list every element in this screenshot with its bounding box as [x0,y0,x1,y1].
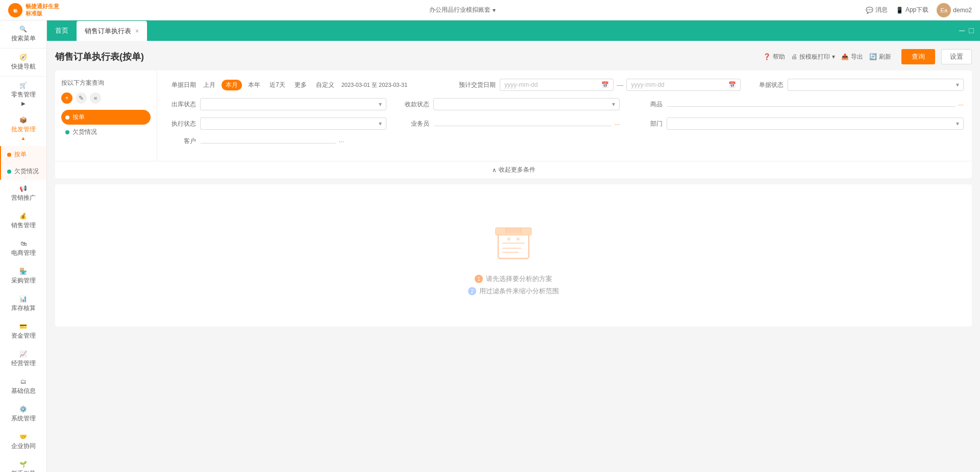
tabs-right-actions: ─ □ [959,26,980,35]
chevron-down-icon: ▾ [379,120,382,127]
sidebar-item-purchase[interactable]: 🏪 采购管理 [0,263,46,290]
chevron-down-icon-wholesale: ▲ [21,135,26,141]
sidebar-item-inventory[interactable]: 📊 库存核算 [0,290,46,318]
active-dot [7,153,11,157]
add-plan-btn[interactable]: + [61,92,72,104]
plan-nav-欠货情况[interactable]: 欠货情况 [61,125,151,139]
delivery-select[interactable]: ▾ [200,98,386,110]
sales-icon: 💰 [19,213,27,220]
minimize-window-btn[interactable]: ─ [959,26,965,35]
print-icon: 🖨 [791,53,797,60]
ops-icon: 📈 [19,350,27,358]
calendar-end-icon: 📅 [728,81,736,88]
inventory-icon: 📊 [19,295,27,302]
date-btn-more[interactable]: 更多 [291,80,310,90]
date-btn-last-month[interactable]: 上月 [200,80,218,90]
ecommerce-icon: 🛍 [20,240,27,247]
date-quick-btns: 上月 本月 本年 近7天 更多 自定义 [200,80,337,90]
empty-hint-2: 2 用过滤条件来缩小分析范围 [468,287,559,296]
filter-doc-status: 单据状态 ▾ [753,79,964,91]
sidebar-quicknav[interactable]: 🧭 快捷导航 [0,49,46,77]
svg-point-11 [517,238,520,241]
query-button[interactable]: 查询 [901,49,935,64]
settings-button[interactable]: 设置 [941,49,972,64]
refresh-btn[interactable]: 🔄 刷新 [869,53,891,61]
goods-input[interactable] [667,102,956,107]
collapse-filters-btn[interactable]: ∧ 收起更多条件 [55,161,972,178]
calendar-start-icon: 📅 [601,81,609,88]
chevron-down-icon: ▾ [956,81,959,88]
receipt-select[interactable]: ▾ [433,98,620,110]
chevron-down-icon: ▾ [956,120,959,127]
expected-date-end[interactable]: yyyy-mm-dd 📅 [626,79,740,91]
finance-icon: 💳 [19,323,27,330]
submenu-item-按单[interactable]: 按单 [1,146,46,163]
tab-home[interactable]: 首页 [47,20,77,41]
avatar: Ea [937,3,951,17]
print-btn[interactable]: 🖨 按模板打印 ▾ [791,53,835,61]
date-btn-custom[interactable]: 自定义 [313,80,337,90]
sidebar-item-wholesale[interactable]: 📦 批发管理 ▲ [0,111,46,146]
tab-sales-exec[interactable]: 销售订单执行表 × [77,21,147,41]
filter-goods: 商品 ··· [632,100,964,109]
doc-status-select[interactable]: ▾ [788,79,964,91]
base-icon: 🗂 [20,378,27,385]
doc-status-control: ▾ [788,79,964,91]
maximize-window-btn[interactable]: □ [969,26,974,35]
sidebar-item-newbie[interactable]: 🌱 新手引导 [0,456,46,472]
plan-query-label: 按以下方案查询 [61,79,151,87]
salesman-picker-btn[interactable]: ··· [614,120,620,128]
goods-picker-btn[interactable]: ··· [958,101,964,108]
empty-hint-1: 1 请先选择要分析的方案 [475,274,552,284]
marketing-icon: 📢 [19,185,27,192]
app-download-btn[interactable]: 📱 App下载 [896,6,928,14]
export-btn[interactable]: 📤 导出 [841,53,863,61]
sidebar-item-marketing[interactable]: 📢 营销推广 [0,180,46,207]
top-bar: 畅 畅捷通好生意 标准版 办公用品行业模拟账套 ▾ 💬 消息 📱 App下载 E… [0,0,980,20]
sidebar-item-system[interactable]: ⚙️ 系统管理 [0,400,46,428]
exec-select[interactable]: ▾ [200,117,386,130]
message-btn[interactable]: 💬 消息 [866,6,888,14]
edit-plan-btn[interactable]: ✎ [76,92,87,104]
filter-left-actions: + ✎ « [61,92,151,104]
customer-picker-btn[interactable]: ··· [338,137,344,145]
dept-select[interactable]: ▾ [667,117,964,130]
sidebar-item-ecommerce[interactable]: 🛍 电商管理 [0,235,46,263]
expected-date-start[interactable]: yyyy-mm-dd 📅 [500,79,614,91]
customer-input[interactable] [200,139,336,144]
tabs-bar: 首页 销售订单执行表 × ─ □ [47,20,980,41]
empty-text: 1 请先选择要分析的方案 2 用过滤条件来缩小分析范围 [468,274,559,296]
submenu-item-欠货情况[interactable]: 欠货情况 [1,163,46,180]
plan-nav-按单[interactable]: 按单 [61,110,151,125]
svg-text:畅: 畅 [13,9,17,13]
filter-exec-status: 执行状态 ▾ [165,117,386,130]
tab-close-btn[interactable]: × [135,28,139,35]
app-suite-selector[interactable]: 办公用品行业模拟账套 ▾ [429,6,496,14]
collapse-plan-btn[interactable]: « [90,92,101,104]
filter-delivery-status: 出库状态 ▾ [165,98,386,110]
expected-date-label: 预计交货日期 [459,81,496,89]
sidebar-search[interactable]: 🔍 搜索菜单 [0,20,46,49]
refresh-icon: 🔄 [869,53,877,60]
filter-dept: 部门 ▾ [632,117,964,130]
date-btn-this-month[interactable]: 本月 [222,80,242,90]
sidebar-item-enterprise[interactable]: 🤝 企业协同 [0,428,46,456]
help-icon: ❓ [763,53,771,60]
sidebar-item-retail[interactable]: 🛒 零售管理 ▶ [0,77,46,111]
sidebar-item-base[interactable]: 🗂 基础信息 [0,373,46,400]
date-btn-this-year[interactable]: 本年 [245,80,263,90]
search-icon: 🔍 [19,26,27,33]
sidebar-item-finance[interactable]: 💳 资金管理 [0,318,46,345]
date-btn-7days[interactable]: 近7天 [266,80,288,90]
salesman-input[interactable] [433,122,612,126]
main-layout: 🔍 搜索菜单 🧭 快捷导航 🛒 零售管理 ▶ 📦 批发管理 ▲ 按单 欠货情况 [0,20,980,472]
sidebar-item-operations[interactable]: 📈 经营管理 [0,345,46,373]
app-icon: 📱 [896,7,903,14]
help-btn[interactable]: ❓ 帮助 [763,53,785,61]
chevron-down-icon: ▾ [612,101,615,108]
goods-label: 商品 [632,100,663,109]
date-control: 上月 本月 本年 近7天 更多 自定义 2023-03-01 至 2023-03… [200,80,447,90]
user-menu[interactable]: Ea demo2 [937,3,972,17]
doc-status-label: 单据状态 [753,81,783,89]
sidebar-item-sales[interactable]: 💰 销售管理 [0,207,46,235]
